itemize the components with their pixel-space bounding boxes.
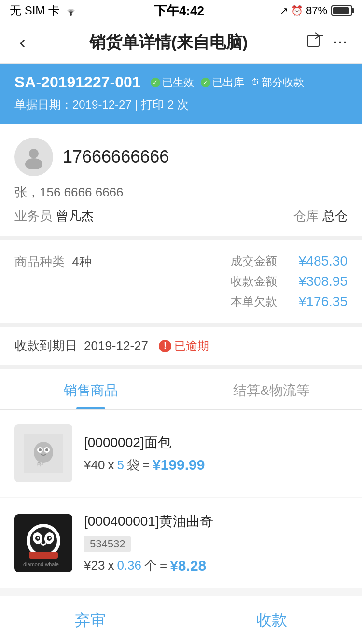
- svg-point-10: [45, 448, 48, 451]
- collect-button[interactable]: 收款: [181, 596, 362, 644]
- deal-amount-row: 成交金额 ¥485.30: [231, 253, 348, 269]
- summary-right: 成交金额 ¥485.30 收款金额 ¥308.95 本单欠款 ¥176.35: [231, 253, 348, 309]
- product-price-row-2: ¥23 x 0.36 个 = ¥8.28: [84, 557, 348, 574]
- svg-text:diamond whale: diamond whale: [23, 561, 59, 567]
- product-info-2: [000400001]黄油曲奇 534532 ¥23 x 0.36 个 = ¥8…: [84, 512, 348, 574]
- product-item-2: diamond whale [000400001]黄油曲奇 534532 ¥23…: [0, 498, 362, 588]
- svg-point-20: [49, 537, 51, 539]
- order-id: SA-20191227-001: [14, 73, 141, 91]
- salesperson-label: 业务员: [14, 208, 52, 224]
- debt-value: ¥176.35: [285, 294, 348, 309]
- svg-point-6: [34, 442, 53, 463]
- deal-amount-label: 成交金额: [231, 253, 277, 269]
- avatar-icon: [22, 145, 46, 169]
- overdue-label: 收款到期日: [14, 337, 77, 354]
- order-print-count: | 打印 2 次: [135, 98, 189, 111]
- svg-point-0: [70, 14, 72, 16]
- product-multiply-2: x: [108, 558, 114, 573]
- product-unit-1: 袋: [127, 457, 139, 474]
- tab-settlement[interactable]: 结算&物流等: [181, 369, 362, 409]
- salesperson-value: 曾凡杰: [56, 208, 94, 224]
- svg-point-9: [39, 448, 42, 451]
- customer-section: 17666666666 张，156 6666 6666 业务员 曾凡杰 仓库 总…: [0, 124, 362, 240]
- summary-left: 商品种类 4种: [14, 253, 92, 270]
- badge-partial-label: 部分收款: [262, 75, 304, 90]
- product-equals-2: =: [160, 558, 167, 573]
- status-bar: 无 SIM 卡 下午4:42 ↗ ⏰ 87%: [0, 0, 362, 21]
- svg-point-4: [25, 158, 42, 169]
- alarm-icon: ⏰: [291, 5, 303, 16]
- status-indicators: ↗ ⏰ 87%: [280, 4, 352, 17]
- product-total-1: ¥199.99: [153, 457, 205, 473]
- tab-sales-products[interactable]: 销售商品: [0, 369, 181, 409]
- badge-effected: ✓ 已生效: [151, 75, 194, 90]
- status-time: 下午4:42: [154, 2, 204, 19]
- overdue-section: 收款到期日 2019-12-27 ! 已逾期: [0, 327, 362, 369]
- product-name-2: [000400001]黄油曲奇: [84, 512, 348, 531]
- check-icon-2: ✓: [201, 78, 210, 87]
- product-name-1: [0000002]面包: [84, 434, 348, 452]
- tab-settlement-label: 结算&物流等: [233, 383, 310, 398]
- svg-text:兽+: 兽+: [37, 462, 44, 467]
- cancel-review-button[interactable]: 弃审: [0, 596, 181, 644]
- product-multiply-1: x: [108, 458, 114, 473]
- product-item: 兽+ [0000002]面包 ¥40 x 5 袋 = ¥199.99: [0, 410, 362, 497]
- product-unit-price-1: ¥40: [84, 458, 105, 473]
- svg-rect-21: [29, 552, 58, 559]
- customer-info: 张，156 6666 6666: [14, 184, 348, 201]
- deal-amount-value: ¥485.30: [285, 253, 348, 269]
- badge-partial: ⏱ 部分收款: [251, 75, 304, 90]
- product-unit-2: 个: [144, 557, 157, 574]
- back-button[interactable]: ‹: [14, 27, 30, 58]
- warehouse-value: 总仓: [322, 208, 348, 224]
- cookie-thumb-icon: diamond whale: [14, 514, 72, 572]
- product-qty-2: 0.36: [117, 558, 141, 573]
- product-qty-1: 5: [117, 458, 124, 473]
- overdue-text: 已逾期: [174, 338, 209, 354]
- status-badges: ✓ 已生效 ✓ 已出库 ⏱ 部分收款: [151, 75, 304, 90]
- overdue-date: 2019-12-27: [84, 338, 148, 353]
- clock-icon: ⏱: [251, 77, 260, 87]
- customer-account-id: 17666666666: [63, 147, 169, 167]
- badge-shipped-label: 已出库: [212, 75, 244, 90]
- status-carrier: 无 SIM 卡: [10, 3, 78, 18]
- battery-percent: 87%: [306, 4, 327, 17]
- svg-point-19: [37, 537, 39, 539]
- tab-sales-label: 销售商品: [64, 383, 118, 398]
- tabs-section: 销售商品 结算&物流等: [0, 369, 362, 410]
- summary-section: 商品种类 4种 成交金额 ¥485.30 收款金额 ¥308.95 本单欠款 ¥…: [0, 240, 362, 327]
- order-date: 单据日期：2019-12-27: [14, 98, 132, 111]
- more-button[interactable]: ···: [334, 35, 348, 50]
- customer-row: 17666666666: [14, 138, 348, 176]
- product-thumb-2: diamond whale: [14, 514, 72, 572]
- customer-detail-row: 业务员 曾凡杰 仓库 总仓: [14, 208, 348, 224]
- share-button[interactable]: [306, 32, 324, 53]
- collection-label: 收款金额: [231, 274, 277, 289]
- warehouse-label: 仓库: [293, 208, 319, 224]
- avatar: [14, 138, 53, 176]
- wifi-icon: [64, 5, 78, 16]
- category-label: 商品种类: [14, 254, 65, 269]
- debt-amount-row: 本单欠款 ¥176.35: [231, 294, 348, 309]
- order-header: SA-20191227-001 ✓ 已生效 ✓ 已出库 ⏱ 部分收款 单据日期：…: [0, 64, 362, 124]
- check-icon-1: ✓: [151, 78, 160, 87]
- overdue-badge: ! 已逾期: [159, 338, 209, 354]
- battery-icon: [331, 5, 352, 16]
- nav-actions: ···: [306, 32, 348, 53]
- order-header-row1: SA-20191227-001 ✓ 已生效 ✓ 已出库 ⏱ 部分收款: [14, 73, 348, 91]
- product-unit-price-2: ¥23: [84, 558, 105, 573]
- product-info-1: [0000002]面包 ¥40 x 5 袋 = ¥199.99: [84, 434, 348, 474]
- svg-point-3: [29, 149, 39, 158]
- product-thumb-1: 兽+: [14, 424, 72, 482]
- bread-thumb-icon: 兽+: [24, 434, 63, 473]
- product-price-row-1: ¥40 x 5 袋 = ¥199.99: [84, 457, 348, 474]
- badge-shipped: ✓ 已出库: [201, 75, 244, 90]
- product-sku-2: 534532: [84, 536, 131, 552]
- overdue-icon: !: [159, 340, 171, 352]
- product-total-2: ¥8.28: [170, 558, 206, 574]
- collection-value: ¥308.95: [285, 274, 348, 289]
- debt-label: 本单欠款: [231, 294, 277, 309]
- page-title: 销货单详情(来自电脑): [89, 31, 248, 54]
- product-equals-1: =: [142, 458, 150, 473]
- bottom-actions: 弃审 收款: [0, 596, 362, 644]
